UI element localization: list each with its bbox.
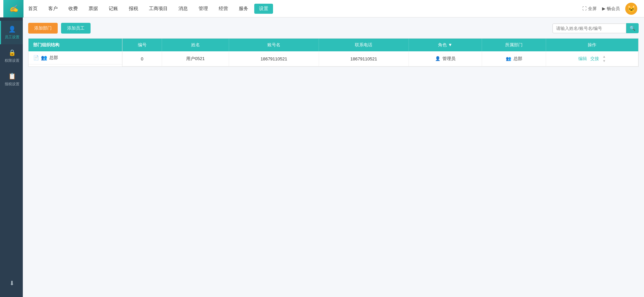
nav-invoice[interactable]: 票据 [84,4,103,14]
fullscreen-label: 全屏 [588,6,597,12]
nav-home[interactable]: 首页 [23,4,42,14]
download-icon: ⬇ [9,280,14,287]
avatar[interactable]: 🐱 [625,3,637,15]
cell-name: 用户0521 [162,51,229,66]
member-label: 畅会员 [607,6,620,12]
nav-fee[interactable]: 收费 [64,4,83,14]
scroll-down-icon[interactable]: ▼ [602,59,606,63]
file-icon: 📄 [33,55,39,60]
content-area: 添加部门 添加员工 🔍 部门组织结构 📄 👥 总部 [23,17,644,297]
search-area: 🔍 [552,23,639,33]
dept-user-icon-sm: 👥 [506,56,511,61]
tax-icon: 📋 [8,72,16,80]
scroll-up-icon[interactable]: ▲ [602,55,606,58]
nav-items: 首页 客户 收费 票据 记账 报税 工商项目 消息 管理 经营 服务 设置 [23,4,582,14]
dept-tree-item[interactable]: 📄 👥 总部 [29,51,122,64]
sidebar-item-permission-settings[interactable]: 🔒 权限设置 [0,44,23,68]
search-button[interactable]: 🔍 [626,23,639,33]
sidebar: 👤 员工设置 🔒 权限设置 📋 报税设置 ⬇ [0,17,23,297]
dept-value: 总部 [514,56,522,61]
dept-panel: 部门组织结构 📄 👥 总部 [29,39,122,66]
transfer-link[interactable]: 交接 [590,56,599,62]
toolbar: 添加部门 添加员工 🔍 [28,23,639,34]
add-employee-button[interactable]: 添加员工 [61,23,91,34]
edit-link[interactable]: 编辑 [578,56,587,62]
col-phone: 联系电话 [319,39,409,51]
nav-business[interactable]: 工商项目 [144,4,172,14]
employee-table: 编号 姓名 账号名 联系电话 角色 ▼ 所属部门 操作 0 用户0521 [122,39,638,66]
cell-dept: 👥 总部 [482,51,546,66]
sidebar-item-employee-settings[interactable]: 👤 员工设置 [0,21,23,44]
dept-user-icon: 👥 [41,55,47,61]
col-id: 编号 [122,39,162,51]
col-dept: 所属部门 [482,39,546,51]
nav-manage[interactable]: 管理 [194,4,213,14]
nav-tax[interactable]: 报税 [124,4,143,14]
lock-icon: 🔒 [8,49,16,56]
nav-customer[interactable]: 客户 [44,4,62,14]
nav-right: ⛶ 全屏 ▶ 畅会员 🐱 [582,3,641,15]
logo: ✍ [3,0,23,17]
op-cell: 编辑 交接 ▲ ▼ [549,55,635,63]
cell-role: 👤 管理员 [409,51,482,66]
logo-icon: ✍ [9,4,18,13]
sidebar-label-employee: 员工设置 [5,35,19,40]
add-dept-button[interactable]: 添加部门 [28,23,58,34]
col-name: 姓名 [162,39,229,51]
col-account: 账号名 [229,39,319,51]
table-wrapper: 部门组织结构 📄 👥 总部 编号 姓名 账号名 联系电话 [28,38,639,67]
cell-ops: 编辑 交接 ▲ ▼ [546,51,638,66]
main-layout: 👤 员工设置 🔒 权限设置 📋 报税设置 ⬇ 添加部门 添加员工 🔍 [0,17,644,297]
nav-service[interactable]: 服务 [234,4,253,14]
search-input[interactable] [552,23,626,33]
dept-name: 总部 [49,55,58,61]
sidebar-label-tax: 报税设置 [5,82,19,87]
scroll-btns[interactable]: ▲ ▼ [602,55,606,63]
nav-message[interactable]: 消息 [174,4,193,14]
member-btn[interactable]: ▶ 畅会员 [602,6,620,12]
dept-panel-header: 部门组织结构 [29,39,122,51]
cell-id: 0 [122,51,162,66]
nav-accounting[interactable]: 记账 [104,4,123,14]
table-row: 0 用户0521 18679110521 18679110521 👤 管理员 👥… [122,51,638,66]
sidebar-item-tax-settings[interactable]: 📋 报税设置 [0,68,23,91]
fullscreen-icon: ⛶ [582,6,587,11]
sidebar-download-btn[interactable]: ⬇ [7,275,16,292]
col-role[interactable]: 角色 ▼ [409,39,482,51]
sidebar-bottom: ⬇ [7,275,16,292]
sidebar-label-permission: 权限设置 [5,58,19,63]
fullscreen-btn[interactable]: ⛶ 全屏 [582,6,597,12]
nav-settings[interactable]: 设置 [254,4,273,14]
cell-account: 18679110521 [229,51,319,66]
member-icon: ▶ [602,6,605,11]
top-nav: ✍ 首页 客户 收费 票据 记账 报税 工商项目 消息 管理 经营 服务 设置 … [0,0,644,17]
cell-phone: 18679110521 [319,51,409,66]
employee-icon: 👤 [8,26,16,33]
role-user-icon: 👤 [435,56,440,61]
nav-operation[interactable]: 经营 [214,4,233,14]
employee-panel: 编号 姓名 账号名 联系电话 角色 ▼ 所属部门 操作 0 用户0521 [122,39,638,66]
role-value: 管理员 [442,56,455,61]
col-ops: 操作 [546,39,638,51]
